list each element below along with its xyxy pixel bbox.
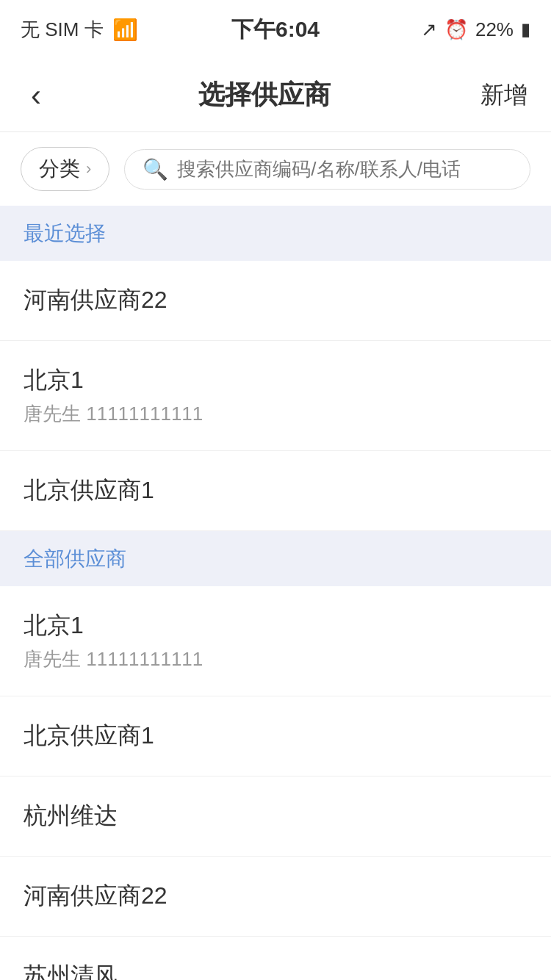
list-item[interactable]: 北京1唐先生 11111111111 <box>0 341 551 451</box>
item-name: 苏州清风 <box>24 960 527 980</box>
list-item[interactable]: 北京供应商1 <box>0 451 551 531</box>
page-title: 选择供应商 <box>198 77 331 113</box>
item-sub: 唐先生 11111111111 <box>24 401 527 427</box>
search-box[interactable]: 🔍 <box>124 149 530 190</box>
category-button[interactable]: 分类 › <box>21 147 109 191</box>
all-section-header: 全部供应商 <box>0 531 551 586</box>
search-icon: 🔍 <box>143 157 168 181</box>
list-item[interactable]: 北京1唐先生 11111111111 <box>0 586 551 696</box>
item-name: 杭州维达 <box>24 800 527 832</box>
status-right: ↗ ⏰ 22% ▮ <box>421 18 530 41</box>
list-item[interactable]: 河南供应商22 <box>0 261 551 341</box>
item-name: 北京1 <box>24 610 527 642</box>
location-icon: ↗ <box>421 18 437 41</box>
wifi-icon: 📶 <box>112 18 138 42</box>
status-time: 下午6:04 <box>231 15 320 45</box>
item-name: 北京供应商1 <box>24 475 527 507</box>
all-items-list: 北京1唐先生 11111111111北京供应商1杭州维达河南供应商22苏州清风 <box>0 586 551 980</box>
sim-text: 无 SIM 卡 <box>21 17 104 43</box>
list-item[interactable]: 杭州维达 <box>0 777 551 857</box>
item-name: 北京供应商1 <box>24 720 527 752</box>
add-button[interactable]: 新增 <box>480 79 527 112</box>
category-label: 分类 <box>39 155 80 183</box>
battery-text: 22% <box>475 18 514 41</box>
recent-section-label: 最近选择 <box>24 222 106 245</box>
status-left: 无 SIM 卡 📶 <box>21 17 138 43</box>
item-name: 北京1 <box>24 364 527 397</box>
chevron-right-icon: › <box>86 159 91 179</box>
item-sub: 唐先生 11111111111 <box>24 646 527 672</box>
search-input[interactable] <box>177 158 512 181</box>
list-item[interactable]: 苏州清风 <box>0 937 551 980</box>
list-item[interactable]: 北京供应商1 <box>0 696 551 777</box>
all-section-label: 全部供应商 <box>24 547 126 570</box>
recent-section-header: 最近选择 <box>0 206 551 261</box>
nav-bar: ‹ 选择供应商 新增 <box>0 59 551 132</box>
battery-icon: ▮ <box>521 19 530 40</box>
list-item[interactable]: 河南供应商22 <box>0 857 551 937</box>
item-name: 河南供应商22 <box>24 284 527 317</box>
status-bar: 无 SIM 卡 📶 下午6:04 ↗ ⏰ 22% ▮ <box>0 0 551 59</box>
recent-items-list: 河南供应商22北京1唐先生 11111111111北京供应商1 <box>0 261 551 531</box>
alarm-icon: ⏰ <box>444 18 468 41</box>
item-name: 河南供应商22 <box>24 880 527 912</box>
filter-bar: 分类 › 🔍 <box>0 132 551 206</box>
back-button[interactable]: ‹ <box>24 71 48 120</box>
